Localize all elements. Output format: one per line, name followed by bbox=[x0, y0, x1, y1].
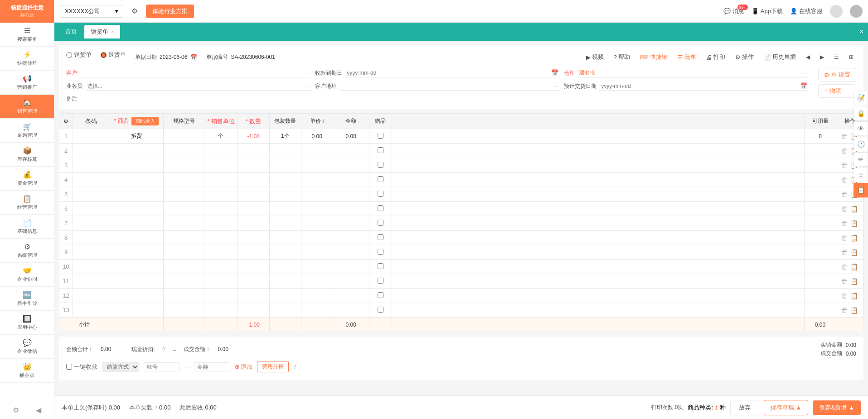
cell-qty-7[interactable] bbox=[238, 231, 269, 245]
operation-button[interactable]: ⚙ 操作 bbox=[732, 52, 756, 62]
cell-spec-12[interactable] bbox=[164, 303, 204, 318]
barcode-input-4[interactable] bbox=[76, 191, 106, 197]
cell-barcode-1[interactable] bbox=[73, 144, 109, 158]
cell-product-3[interactable] bbox=[109, 173, 164, 187]
payment-method-select[interactable]: 结算方式 bbox=[102, 362, 139, 372]
gift-checkbox-5[interactable] bbox=[378, 205, 383, 211]
delete-row-icon-7[interactable]: 🗑 bbox=[841, 234, 848, 241]
cell-price-4[interactable] bbox=[301, 187, 333, 202]
spec-input-10[interactable] bbox=[166, 278, 201, 284]
cell-barcode-0[interactable] bbox=[73, 129, 109, 144]
price-info-icon[interactable]: ℹ bbox=[322, 118, 324, 124]
payment-dots[interactable]: ··· bbox=[184, 363, 189, 370]
help-icon-bottom[interactable]: ? bbox=[155, 405, 157, 410]
sidebar-item-search[interactable]: ☰搜索菜单 bbox=[0, 23, 54, 47]
nav-next-button[interactable]: ▶ bbox=[817, 53, 827, 61]
discount-info-icon[interactable]: ? bbox=[162, 346, 165, 353]
cell-product-7[interactable] bbox=[109, 231, 164, 245]
barcode-input-0[interactable] bbox=[76, 133, 106, 140]
radio-return-order[interactable]: 退货单 bbox=[101, 51, 126, 59]
cell-barcode-6[interactable] bbox=[73, 216, 109, 231]
cell-qty-0[interactable]: -1.00 bbox=[238, 129, 269, 144]
cell-gift-8[interactable] bbox=[369, 245, 392, 260]
sidebar-item-marketing[interactable]: 📢营销推广 bbox=[0, 71, 54, 95]
cell-qty-12[interactable] bbox=[238, 303, 269, 318]
cell-spec-8[interactable] bbox=[164, 245, 204, 260]
logistics-button[interactable]: + 物流 bbox=[818, 84, 856, 98]
delete-row-icon-12[interactable]: 🗑 bbox=[841, 307, 848, 314]
settings-button[interactable]: ⚙ bbox=[128, 5, 141, 18]
cell-qty-6[interactable] bbox=[238, 216, 269, 231]
cell-product-5[interactable] bbox=[109, 202, 164, 216]
account-input[interactable] bbox=[144, 362, 180, 371]
payment-date-calendar-icon[interactable]: 📅 bbox=[551, 69, 558, 76]
add-payment-button[interactable]: ⊕ 添加 bbox=[235, 363, 252, 371]
spec-input-7[interactable] bbox=[166, 235, 201, 241]
product-input-12[interactable] bbox=[112, 307, 160, 313]
sidebar-item-guide[interactable]: 🆕新手引导 bbox=[0, 287, 54, 311]
cell-price-9[interactable] bbox=[301, 260, 333, 274]
save-new-button[interactable]: 保存&新增 ▲ bbox=[813, 400, 861, 415]
gift-checkbox-2[interactable] bbox=[378, 162, 383, 168]
gift-checkbox-12[interactable] bbox=[378, 307, 383, 313]
barcode-input-3[interactable] bbox=[76, 177, 106, 183]
cell-barcode-11[interactable] bbox=[73, 289, 109, 303]
gift-checkbox-11[interactable] bbox=[378, 292, 383, 298]
one-click-payment-checkbox[interactable]: 一键收款 bbox=[66, 363, 97, 371]
th-settings[interactable]: ⚙ bbox=[59, 114, 73, 129]
cell-barcode-7[interactable] bbox=[73, 231, 109, 245]
scan-button[interactable]: 扫码录入 bbox=[131, 117, 159, 125]
sidebar-item-sales-mgmt[interactable]: 🏠销售管理 bbox=[0, 95, 54, 119]
copy-row-icon-7[interactable]: 📋 bbox=[850, 234, 858, 241]
cell-gift-11[interactable] bbox=[369, 289, 392, 303]
list-view-button[interactable]: ☰ bbox=[831, 53, 842, 61]
copy-row-icon-8[interactable]: 📋 bbox=[850, 249, 858, 256]
remark-input[interactable] bbox=[82, 96, 807, 102]
cell-product-1[interactable] bbox=[109, 144, 164, 158]
tab-home[interactable]: 首页 bbox=[59, 25, 83, 39]
help-button[interactable]: ? 帮助 bbox=[611, 52, 633, 62]
sidebar-item-basic-info[interactable]: 📄基础信息 bbox=[0, 215, 54, 239]
cell-price-7[interactable] bbox=[301, 231, 333, 245]
delete-row-icon-11[interactable]: 🗑 bbox=[841, 292, 848, 299]
product-input-2[interactable] bbox=[112, 162, 160, 169]
barcode-input-2[interactable] bbox=[76, 162, 106, 169]
customer-addr-dots[interactable]: ··· bbox=[553, 82, 558, 89]
product-input-5[interactable] bbox=[112, 206, 160, 212]
cell-product-0[interactable] bbox=[109, 129, 164, 144]
setup-button[interactable]: ⚙ ⚙ 设置 bbox=[818, 68, 856, 82]
spec-input-8[interactable] bbox=[166, 249, 201, 255]
cell-spec-9[interactable] bbox=[164, 260, 204, 274]
spec-input-1[interactable] bbox=[166, 148, 201, 154]
cell-price-6[interactable] bbox=[301, 216, 333, 231]
cell-barcode-8[interactable] bbox=[73, 245, 109, 260]
spec-input-5[interactable] bbox=[166, 206, 201, 212]
product-input-4[interactable] bbox=[112, 191, 160, 197]
sidebar-item-finance[interactable]: 💰资金管理 bbox=[0, 167, 54, 191]
spec-input-3[interactable] bbox=[166, 177, 201, 183]
cell-product-4[interactable] bbox=[109, 187, 164, 202]
float-clock-button[interactable]: 🕐 bbox=[853, 137, 868, 151]
barcode-input-12[interactable] bbox=[76, 307, 106, 313]
barcode-input-8[interactable] bbox=[76, 249, 106, 255]
nav-prev-button[interactable]: ◀ bbox=[803, 53, 813, 61]
barcode-input-11[interactable] bbox=[76, 293, 106, 299]
gift-checkbox-1[interactable] bbox=[378, 147, 383, 153]
customer-input[interactable] bbox=[82, 70, 305, 76]
cell-spec-6[interactable] bbox=[164, 216, 204, 231]
cell-spec-0[interactable] bbox=[164, 129, 204, 144]
cell-barcode-10[interactable] bbox=[73, 274, 109, 289]
sidebar-item-enterprise[interactable]: 🤝企业协同 bbox=[0, 263, 54, 287]
print-button[interactable]: 🖨 打印 bbox=[703, 52, 728, 62]
cell-price-10[interactable] bbox=[301, 274, 333, 289]
barcode-input-9[interactable] bbox=[76, 264, 106, 270]
tab-sales-order[interactable]: 销货单 × bbox=[84, 25, 120, 39]
radio-sales-order[interactable]: 销货单 bbox=[66, 51, 92, 59]
cell-product-11[interactable] bbox=[109, 289, 164, 303]
gift-checkbox-10[interactable] bbox=[378, 278, 383, 284]
cell-spec-4[interactable] bbox=[164, 187, 204, 202]
cell-qty-10[interactable] bbox=[238, 274, 269, 289]
copy-row-icon-5[interactable]: 📋 bbox=[850, 205, 858, 212]
product-input-10[interactable] bbox=[112, 278, 160, 284]
cell-qty-5[interactable] bbox=[238, 202, 269, 216]
